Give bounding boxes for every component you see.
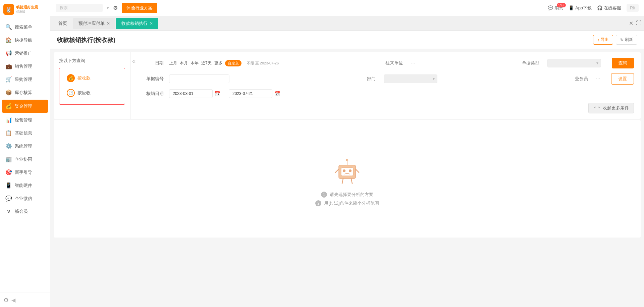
page-header: 收款核销执行(按收款) ↑ 导出 ↻ 刷新 xyxy=(50,31,644,49)
sidebar-label-wechat: 企业微信 xyxy=(15,196,32,202)
write-off-date-label: 核销日期 xyxy=(144,91,164,97)
filter-receipt-icon: 💰 xyxy=(67,74,75,82)
settings-button[interactable]: 设置 xyxy=(611,73,634,85)
export-button[interactable]: ↑ 导出 xyxy=(593,35,613,45)
more-conditions-label: 收起更多条件 xyxy=(603,105,629,111)
sidebar-bottom: ⚙ ◀ xyxy=(0,293,50,307)
step1-num: 1 xyxy=(321,192,327,198)
sidebar-item-member[interactable]: V 畅会员 xyxy=(0,205,50,218)
sidebar-item-guide[interactable]: 🎯 新手引导 xyxy=(0,166,50,179)
inventory-icon: 📦 xyxy=(5,89,12,96)
home-icon: 🏠 xyxy=(5,37,12,43)
marketing-icon: 📢 xyxy=(5,50,12,56)
app-download-label: App下载 xyxy=(575,5,592,11)
sidebar-item-search[interactable]: 🔍 搜索菜单 xyxy=(0,20,50,34)
sidebar-item-enterprise[interactable]: 🏢 企业协同 xyxy=(0,153,50,166)
step2-num: 2 xyxy=(315,200,321,206)
shortcut-more[interactable]: 更多 xyxy=(214,60,222,66)
tab-close-all-icon[interactable]: ✕ xyxy=(629,20,633,27)
filter-option-by-receivable[interactable]: 🕐 按应收 xyxy=(63,86,121,100)
topbar-gear-icon[interactable]: ⚙ xyxy=(113,5,118,11)
dept-label: 部门 xyxy=(367,76,376,82)
sidebar-item-inventory[interactable]: 📦 库存核算 xyxy=(0,86,50,99)
filter-left-title: 按以下方查询 xyxy=(59,58,125,64)
app-logo: 🐰 畅捷通好生意 标准版 xyxy=(0,0,50,19)
doc-type-label: 单据类型 xyxy=(522,60,539,66)
tab-receipt-write-off[interactable]: 收款核销执行 ✕ xyxy=(116,18,158,29)
date-range-hint: 不限 至 2023-07-26 xyxy=(247,61,279,66)
messages-badge: 99+ xyxy=(557,3,566,7)
filter-collapse-btn[interactable]: « xyxy=(131,52,137,119)
sidebar-item-purchase[interactable]: 🛒 采购管理 xyxy=(0,73,50,86)
date-label: 日期 xyxy=(144,60,164,66)
sidebar-label-basic: 基础信息 xyxy=(15,130,32,136)
shortcut-this-month[interactable]: 本月 xyxy=(180,60,188,66)
sidebar-item-basic[interactable]: 📋 基础信息 xyxy=(0,126,50,140)
dept-select[interactable] xyxy=(384,74,437,83)
date-shortcuts: 上月 本月 本年 近7天 更多 自定义 xyxy=(169,60,241,66)
calendar-end-icon[interactable]: 📅 xyxy=(274,91,280,96)
sales-icon: 💼 xyxy=(5,63,12,69)
tab-prepay[interactable]: 预付冲应付单 ✕ xyxy=(73,18,115,29)
user-name: Rit xyxy=(630,5,635,10)
sidebar-nav: 🔍 搜索菜单 🏠 快捷导航 📢 营销推广 💼 销售管理 🛒 采购管理 📦 库存核… xyxy=(0,19,50,293)
tab-fullscreen-icon[interactable]: ⛶ xyxy=(636,20,641,27)
messages-button[interactable]: 💬 消息 99+ xyxy=(548,5,563,11)
service-icon: 🎧 xyxy=(597,5,602,10)
svg-line-7 xyxy=(351,178,352,184)
partner-select-dots[interactable]: ··· xyxy=(411,60,415,66)
date-dash: — xyxy=(222,91,227,96)
sidebar-label-system: 系统管理 xyxy=(15,143,32,149)
write-off-date-end-input[interactable] xyxy=(229,89,272,98)
sidebar-item-marketing[interactable]: 📢 营销推广 xyxy=(0,47,50,60)
online-service-button[interactable]: 🎧 在线客服 xyxy=(597,5,621,11)
topbar-chevron-icon[interactable]: ▾ xyxy=(107,5,109,10)
page-body: 收款核销执行(按收款) ↑ 导出 ↻ 刷新 按以下方查询 💰 xyxy=(50,31,644,307)
settings-bottom-icon[interactable]: ⚙ xyxy=(3,296,9,304)
filter-right: 日期 上月 本月 本年 近7天 更多 自定义 不限 至 2023-07-26 往… xyxy=(137,52,641,119)
tab-prepay-close[interactable]: ✕ xyxy=(107,21,110,26)
collapse-icon[interactable]: « xyxy=(132,58,136,65)
sidebar-item-system[interactable]: ⚙️ 系统管理 xyxy=(0,140,50,153)
sidebar-item-hardware[interactable]: 📱 智能硬件 xyxy=(0,179,50,192)
collapse-sidebar-icon[interactable]: ◀ xyxy=(11,297,15,303)
app-download-button[interactable]: 📱 App下载 xyxy=(569,5,592,11)
filter-receipt-label: 按收款 xyxy=(77,75,91,81)
shortcut-7days[interactable]: 近7天 xyxy=(201,60,212,66)
staff-select-dots[interactable]: ··· xyxy=(596,76,600,82)
filter-options-container: 💰 按收款 🕐 按应收 xyxy=(59,68,125,105)
filter-row-3: 核销日期 📅 — 📅 xyxy=(144,89,634,98)
doc-type-select[interactable] xyxy=(547,59,601,67)
message-icon: 💬 xyxy=(548,5,553,10)
calendar-start-icon[interactable]: 📅 xyxy=(215,91,220,96)
svg-point-2 xyxy=(343,169,345,172)
sidebar-item-quicknav[interactable]: 🏠 快捷导航 xyxy=(0,34,50,47)
refresh-button[interactable]: ↻ 刷新 xyxy=(616,35,637,45)
shortcut-custom[interactable]: 自定义 xyxy=(225,60,241,66)
sidebar-label-sales: 销售管理 xyxy=(15,63,32,69)
sidebar-label-hardware: 智能硬件 xyxy=(15,183,32,189)
tab-home[interactable]: 首页 xyxy=(53,18,72,29)
svg-line-4 xyxy=(335,169,339,172)
tab-receipt-close[interactable]: ✕ xyxy=(150,21,153,26)
more-conditions-button[interactable]: ⌃⌃ 收起更多条件 xyxy=(588,103,634,113)
user-info[interactable]: Rit xyxy=(627,4,639,12)
shortcut-this-year[interactable]: 本年 xyxy=(191,60,199,66)
sidebar-label-operations: 经营管理 xyxy=(15,117,32,123)
finance-icon: 💰 xyxy=(5,103,12,109)
write-off-date-start-input[interactable] xyxy=(169,89,213,98)
sidebar-label-marketing: 营销推广 xyxy=(15,50,32,56)
query-button[interactable]: 查询 xyxy=(612,58,634,68)
sidebar-item-wechat[interactable]: 💬 企业微信 xyxy=(0,192,50,205)
sidebar-item-sales[interactable]: 💼 销售管理 xyxy=(0,60,50,73)
doc-no-input[interactable] xyxy=(169,74,229,83)
filter-panel: 按以下方查询 💰 按收款 🕐 按应收 « xyxy=(54,52,641,119)
sidebar-label-finance: 资金管理 xyxy=(15,103,32,109)
solution-button[interactable]: 体验行业方案 xyxy=(122,3,157,13)
shortcut-last-month[interactable]: 上月 xyxy=(169,60,177,66)
filter-option-by-receipt[interactable]: 💰 按收款 xyxy=(63,71,121,85)
member-icon: V xyxy=(5,209,12,214)
sidebar-item-operations[interactable]: 📊 经营管理 xyxy=(0,113,50,126)
sidebar-item-finance[interactable]: 💰 资金管理 xyxy=(2,100,48,113)
online-service-label: 在线客服 xyxy=(604,5,621,11)
